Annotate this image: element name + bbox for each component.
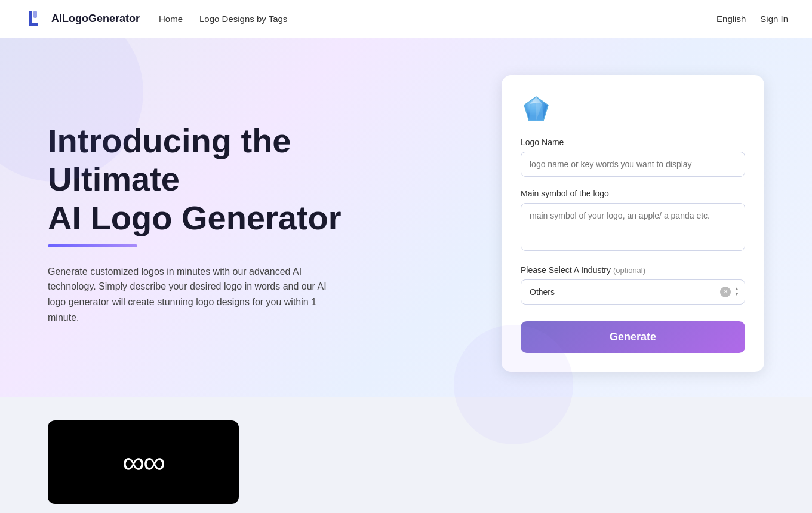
symbol-group: Main symbol of the logo bbox=[521, 189, 745, 253]
industry-select-wrapper: Others Technology Finance Healthcare Edu… bbox=[521, 279, 745, 305]
svg-rect-2 bbox=[33, 11, 37, 18]
symbol-label: Main symbol of the logo bbox=[521, 189, 745, 198]
hero-title-line3: AI Logo Generator bbox=[48, 199, 342, 236]
preview-card: ∞∞ bbox=[48, 420, 239, 504]
main-nav: Home Logo Designs by Tags bbox=[159, 14, 287, 24]
nav-home[interactable]: Home bbox=[159, 14, 183, 24]
card-icon bbox=[521, 94, 552, 125]
industry-optional: (optional) bbox=[613, 266, 645, 275]
hero-section: Introducing the Ultimate AI Logo Generat… bbox=[0, 38, 812, 397]
select-clear-button[interactable]: ✕ bbox=[720, 287, 731, 297]
brand-logo-icon bbox=[24, 8, 45, 30]
logo-name-label: Logo Name bbox=[521, 137, 745, 147]
below-hero-section: ∞∞ bbox=[0, 397, 812, 513]
symbol-textarea[interactable] bbox=[521, 203, 745, 251]
sign-in-button[interactable]: Sign In bbox=[760, 14, 788, 24]
logo-area: AILogoGenerator bbox=[24, 8, 140, 30]
hero-title: Introducing the Ultimate AI Logo Generat… bbox=[48, 122, 346, 237]
svg-rect-1 bbox=[29, 23, 38, 26]
nav-logo-designs[interactable]: Logo Designs by Tags bbox=[199, 14, 287, 24]
hero-title-line2: Ultimate bbox=[48, 160, 180, 198]
hero-title-line1: Introducing the bbox=[48, 122, 291, 159]
generator-card: Logo Name Main symbol of the logo Please… bbox=[502, 75, 764, 372]
select-arrows: ▲ ▼ bbox=[734, 287, 739, 297]
language-button[interactable]: English bbox=[716, 14, 746, 24]
industry-label: Please Select A Industry (optional) bbox=[521, 265, 745, 275]
header-right: English Sign In bbox=[716, 14, 788, 24]
generate-button[interactable]: Generate bbox=[521, 321, 745, 353]
select-controls: ✕ ▲ ▼ bbox=[720, 287, 739, 297]
hero-description: Generate customized logos in minutes wit… bbox=[48, 264, 346, 325]
header: AILogoGenerator Home Logo Designs by Tag… bbox=[0, 0, 812, 38]
hero-left: Introducing the Ultimate AI Logo Generat… bbox=[48, 122, 346, 325]
header-left: AILogoGenerator Home Logo Designs by Tag… bbox=[24, 8, 287, 30]
logo-name-group: Logo Name bbox=[521, 137, 745, 177]
hero-underline bbox=[48, 244, 137, 247]
brand-name: AILogoGenerator bbox=[51, 13, 140, 25]
industry-group: Please Select A Industry (optional) Othe… bbox=[521, 265, 745, 305]
industry-select[interactable]: Others Technology Finance Healthcare Edu… bbox=[521, 279, 745, 305]
logo-name-input[interactable] bbox=[521, 152, 745, 177]
preview-logo-symbol: ∞∞ bbox=[122, 444, 164, 480]
